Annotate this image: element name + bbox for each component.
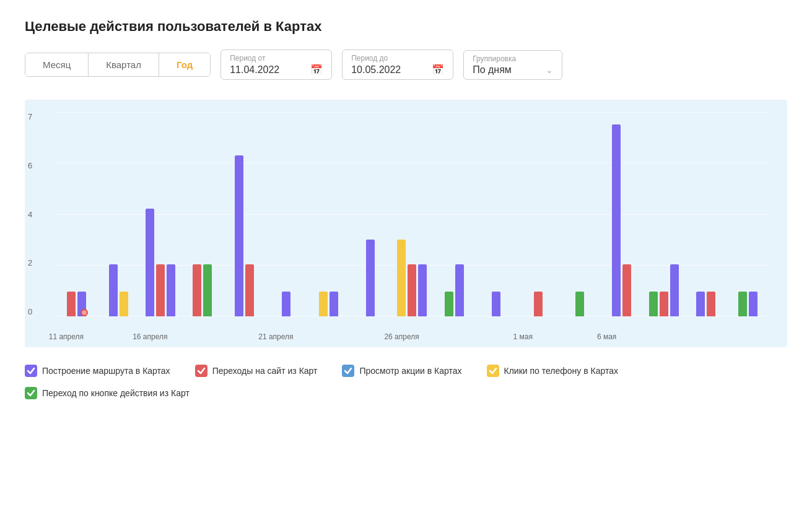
bar (235, 155, 243, 316)
period-from-value: 11.04.2022 (230, 64, 279, 76)
legend-item-action[interactable]: Переход по кнопке действия из Карт (25, 387, 190, 399)
calendar-to-icon: 📅 (432, 64, 444, 76)
legend-checkbox-site[interactable] (195, 365, 207, 377)
period-to-field[interactable]: Период до 10.05.2022 📅 (342, 50, 453, 80)
legend-label: Переход по кнопке действия из Карт (42, 388, 190, 398)
bar-group (139, 209, 181, 316)
bar (366, 240, 375, 316)
calendar-from-icon: 📅 (310, 64, 323, 76)
bar (408, 264, 416, 316)
period-to-value: 10.05.2022 (351, 64, 401, 76)
bar (203, 264, 212, 316)
chart-area: 76420 11 апреля16 апреля21 апреля26 апре… (56, 112, 769, 341)
bar (156, 264, 165, 316)
tooltip-dot (81, 309, 88, 316)
legend-label: Переходы на сайт из Карт (212, 366, 318, 376)
bar (707, 292, 715, 316)
bar (660, 292, 668, 316)
bar (193, 264, 201, 316)
legend-checkbox-route[interactable] (25, 365, 37, 377)
bar-group (643, 264, 685, 316)
bar (445, 292, 453, 316)
bar-group (98, 264, 140, 316)
period-from-field[interactable]: Период от 11.04.2022 📅 (220, 50, 332, 80)
bar (397, 240, 406, 316)
bar (649, 292, 658, 316)
bar (575, 292, 584, 316)
legend-item-route[interactable]: Построение маршрута в Картах (25, 365, 170, 377)
bar (109, 264, 118, 316)
bar (455, 264, 464, 316)
y-axis-label: 7 (28, 112, 32, 121)
bar (696, 292, 705, 316)
legend: Построение маршрута в КартахПереходы на … (25, 365, 787, 399)
bar-group (307, 292, 349, 316)
x-axis: 11 апреля16 апреля21 апреля26 апреля1 ма… (56, 316, 769, 341)
tab-month[interactable]: Месяц (25, 53, 89, 76)
chart-container: 76420 11 апреля16 апреля21 апреля26 апре… (25, 100, 787, 347)
bar-group (727, 292, 769, 316)
bar (418, 264, 427, 316)
bar (319, 292, 328, 316)
period-tabs: МесяцКварталГод (25, 53, 211, 77)
bar-group (391, 240, 434, 316)
legend-checkbox-action[interactable] (25, 387, 37, 399)
bar-group (559, 292, 601, 316)
legend-label: Просмотр акции в Картах (359, 366, 461, 376)
x-axis-label: 21 апреля (258, 332, 293, 341)
y-axis-label: 4 (28, 210, 32, 219)
page-title: Целевые действия пользователей в Картах (25, 19, 787, 35)
bar-group (349, 240, 391, 316)
bar-group (433, 264, 475, 316)
legend-item-promo[interactable]: Просмотр акции в Картах (342, 365, 461, 377)
bar (534, 292, 543, 316)
legend-checkbox-promo[interactable] (342, 365, 354, 377)
bar (245, 264, 254, 316)
tab-quarter[interactable]: Квартал (89, 53, 159, 76)
bar (738, 292, 747, 316)
x-axis-label: 1 мая (513, 332, 532, 341)
controls-bar: МесяцКварталГод Период от 11.04.2022 📅 П… (25, 50, 787, 80)
legend-item-site[interactable]: Переходы на сайт из Карт (195, 365, 318, 377)
group-label: Группировка (473, 54, 553, 63)
x-axis-label: 6 мая (597, 332, 616, 341)
bar (670, 264, 679, 316)
bar (120, 292, 128, 316)
bar-group (685, 292, 727, 316)
legend-checkbox-phone[interactable] (487, 365, 499, 377)
tab-year[interactable]: Год (159, 53, 210, 76)
bar (330, 292, 338, 316)
bar (167, 264, 175, 316)
bar-group (56, 292, 98, 316)
y-axis-label: 6 (28, 161, 32, 170)
bar-group (475, 292, 517, 316)
bar (749, 292, 757, 316)
group-value: По дням (473, 64, 512, 76)
period-from-label: Период от (230, 54, 323, 63)
x-axis-label: 26 апреля (384, 332, 419, 341)
bar (612, 124, 621, 316)
bar-group (224, 155, 266, 316)
bar-group (181, 264, 224, 316)
chevron-down-icon: ⌄ (546, 65, 553, 75)
y-axis-label: 2 (28, 258, 32, 267)
bar-group (266, 292, 308, 316)
bars-area (56, 112, 769, 316)
y-axis: 76420 (28, 112, 32, 316)
grouping-field[interactable]: Группировка По дням ⌄ (463, 50, 562, 80)
legend-label: Клики по телефону в Картах (504, 366, 618, 376)
bar (67, 292, 76, 316)
y-axis-label: 0 (28, 307, 32, 316)
bar-group (601, 124, 643, 316)
bar (282, 292, 290, 316)
x-axis-label: 11 апреля (49, 332, 84, 341)
bar (146, 209, 154, 316)
bar-group (517, 292, 559, 316)
bar (492, 292, 500, 316)
bar (622, 264, 631, 316)
x-axis-label: 16 апреля (133, 332, 167, 341)
legend-label: Построение маршрута в Картах (42, 366, 170, 376)
legend-item-phone[interactable]: Клики по телефону в Картах (487, 365, 618, 377)
period-to-label: Период до (351, 54, 444, 63)
